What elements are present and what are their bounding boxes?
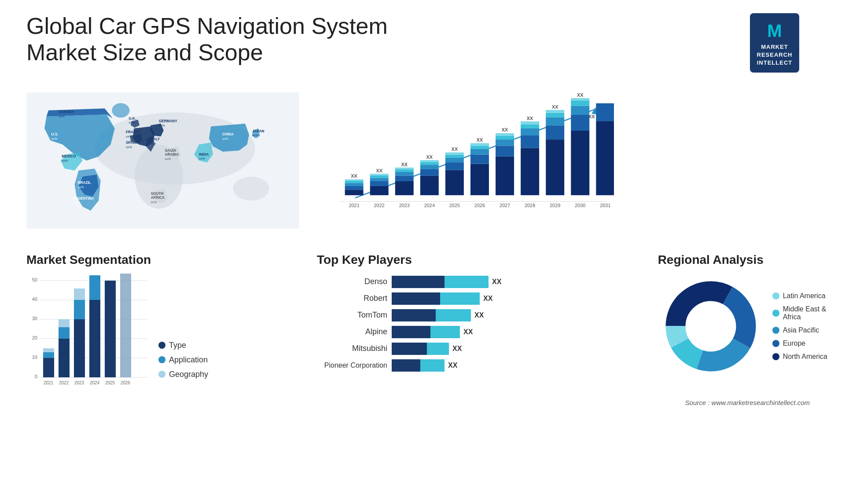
- svg-rect-76: [470, 154, 489, 164]
- player-bar-pioneer: XX: [392, 359, 457, 372]
- players-section: Top Key Players Denso XX Robert: [308, 248, 640, 397]
- svg-text:JAPAN: JAPAN: [252, 129, 264, 133]
- svg-point-3: [233, 176, 269, 201]
- bar-chart-section: 2021 XX 2022 XX 2023 XX 2024: [308, 81, 640, 248]
- regional-chart-area: Latin America Middle East &Africa Asia P…: [658, 274, 827, 379]
- svg-rect-93: [521, 121, 539, 124]
- svg-rect-96: [546, 139, 564, 195]
- svg-text:2029: 2029: [550, 202, 560, 208]
- svg-rect-70: [445, 157, 464, 162]
- svg-text:XX: XX: [426, 154, 433, 159]
- svg-text:ARGENTINA: ARGENTINA: [73, 197, 94, 201]
- svg-text:2026: 2026: [121, 380, 131, 385]
- svg-text:xx%: xx%: [129, 121, 135, 124]
- svg-rect-92: [521, 124, 539, 128]
- player-name-denso: Denso: [317, 277, 387, 286]
- svg-rect-44: [345, 179, 364, 180]
- svg-text:2023: 2023: [399, 202, 410, 208]
- svg-text:40: 40: [32, 296, 37, 302]
- svg-rect-90: [521, 135, 539, 148]
- svg-text:xx%: xx%: [126, 145, 132, 149]
- logo-text: MARKETRESEARCHINTELLECT: [757, 43, 793, 67]
- svg-rect-55: [395, 175, 414, 181]
- svg-text:2021: 2021: [349, 202, 359, 208]
- player-bar-robert: XX: [392, 292, 492, 305]
- logo-area: M MARKETRESEARCHINTELLECT: [731, 13, 819, 73]
- legend-dot-geography: [158, 371, 165, 378]
- svg-text:SOUTH: SOUTH: [151, 191, 164, 195]
- player-value-robert: XX: [483, 295, 492, 303]
- svg-text:ARABIA: ARABIA: [165, 153, 179, 157]
- legend-mea-label: Middle East &Africa: [783, 305, 827, 321]
- legend-geography: Geography: [158, 370, 208, 379]
- svg-text:xx%: xx%: [62, 158, 68, 162]
- svg-rect-83: [496, 146, 514, 156]
- legend-mea: Middle East &Africa: [772, 305, 827, 321]
- svg-rect-50: [370, 175, 389, 178]
- svg-text:2028: 2028: [525, 202, 535, 208]
- svg-rect-68: [445, 170, 464, 195]
- svg-text:2026: 2026: [474, 202, 485, 208]
- svg-text:2025: 2025: [449, 202, 460, 208]
- svg-text:2025: 2025: [105, 380, 115, 385]
- svg-rect-84: [496, 139, 514, 146]
- svg-rect-49: [370, 178, 389, 181]
- regional-donut-chart: [658, 274, 764, 379]
- player-value-tomtom: XX: [474, 311, 484, 319]
- svg-text:XX: XX: [577, 92, 584, 97]
- svg-text:xx%: xx%: [252, 133, 258, 137]
- player-name-mitsubishi: Mitsubishi: [317, 344, 387, 353]
- svg-text:xx%: xx%: [59, 114, 65, 118]
- player-name-tomtom: TomTom: [317, 310, 387, 320]
- segmentation-chart: 0 10 20 30 40 50 2021: [26, 274, 150, 392]
- svg-text:XX: XX: [376, 168, 382, 173]
- svg-rect-132: [59, 319, 70, 327]
- legend-type: Type: [158, 341, 208, 350]
- regional-legend: Latin America Middle East &Africa Asia P…: [772, 292, 827, 361]
- player-value-pioneer: XX: [448, 362, 457, 369]
- svg-rect-51: [370, 174, 389, 175]
- svg-text:FRANCE: FRANCE: [126, 130, 141, 134]
- svg-rect-71: [445, 154, 464, 157]
- svg-text:XX: XX: [552, 104, 558, 109]
- svg-rect-79: [470, 143, 489, 146]
- players-list: Denso XX Robert XX: [317, 276, 632, 372]
- growth-bar-chart: 2021 XX 2022 XX 2023 XX 2024: [326, 86, 614, 240]
- svg-rect-57: [395, 169, 414, 172]
- svg-rect-100: [546, 110, 564, 113]
- svg-rect-75: [470, 164, 489, 195]
- svg-text:xx%: xx%: [165, 157, 171, 161]
- svg-rect-48: [370, 181, 389, 186]
- svg-rect-43: [345, 181, 364, 183]
- player-bar-denso: XX: [392, 276, 501, 288]
- player-bar-tomtom: XX: [392, 309, 484, 321]
- svg-text:2027: 2027: [500, 202, 510, 208]
- svg-rect-139: [89, 275, 100, 300]
- svg-text:xx%: xx%: [222, 136, 228, 140]
- svg-rect-138: [89, 300, 100, 377]
- player-name-robert: Robert: [317, 294, 387, 303]
- svg-text:MEXICO: MEXICO: [62, 154, 76, 158]
- players-title: Top Key Players: [317, 253, 632, 267]
- legend-dot-type: [158, 342, 165, 349]
- svg-rect-130: [59, 339, 70, 377]
- player-row-robert: Robert XX: [317, 292, 632, 305]
- svg-rect-105: [571, 106, 589, 114]
- svg-text:2023: 2023: [74, 380, 84, 385]
- svg-rect-126: [43, 358, 54, 377]
- svg-rect-136: [74, 289, 85, 300]
- svg-rect-64: [420, 162, 439, 165]
- logo-letter: M: [757, 18, 793, 43]
- svg-text:2024: 2024: [90, 380, 100, 385]
- world-map: CANADA xx% U.S. xx% MEXICO xx% BRAZIL xx…: [26, 86, 299, 235]
- svg-rect-54: [395, 181, 414, 195]
- svg-text:50: 50: [32, 277, 37, 282]
- svg-text:CHINA: CHINA: [222, 132, 234, 136]
- player-row-alpine: Alpine XX: [317, 326, 632, 338]
- svg-rect-134: [74, 319, 85, 377]
- svg-text:2021: 2021: [44, 380, 54, 385]
- source-footer: Source : www.marketresearchintellect.com: [0, 397, 845, 409]
- regional-section: Regional Analysis: [640, 248, 836, 397]
- svg-text:XX: XX: [477, 137, 483, 142]
- svg-text:U.K.: U.K.: [129, 117, 136, 121]
